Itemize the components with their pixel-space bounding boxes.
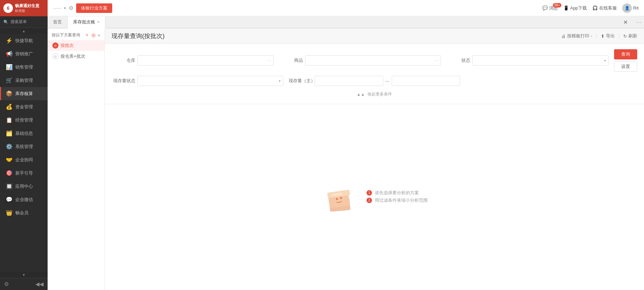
topbar: —— ▾ ⚙ 体验行业方案 💬 消息 99+ 📱 App下载 🎧 在线客服 👤 <box>48 0 644 16</box>
warehouse-more-icon: ··· <box>268 58 271 63</box>
panel-close-button[interactable]: ✕ <box>618 16 633 28</box>
settings-icon[interactable]: ⚙ <box>4 281 9 287</box>
filter-area: 仓库 ··· 商品 ··· <box>105 44 644 104</box>
empty-illustration <box>321 179 358 216</box>
wechat-icon: 💬 <box>6 196 13 203</box>
query-button[interactable]: 查询 <box>614 49 637 59</box>
apps-icon: 🔲 <box>6 183 13 189</box>
print-dropdown-icon: ▾ <box>591 34 592 38</box>
sidebar-item-inventory[interactable]: 📦 库存核算 <box>0 87 48 100</box>
online-service-label: 在线客服 <box>599 5 617 11</box>
goods-label: 商品 <box>279 57 303 64</box>
scroll-up-indicator[interactable]: ▲ <box>0 28 48 34</box>
print-template-btn[interactable]: 🖨 按模板打印 ▾ <box>561 33 592 39</box>
filter-panel-actions: ＋ ◎ « <box>85 32 100 38</box>
goods-filter: 商品 ··· <box>279 55 441 66</box>
print-icon: 🖨 <box>561 34 566 39</box>
system-icon: ⚙️ <box>6 143 13 150</box>
filter-action-buttons: 查询 设置 <box>614 49 637 72</box>
sidebar-item-enterprise[interactable]: 🤝 企业协同 <box>0 153 48 166</box>
step-1-num: 1 <box>367 190 372 196</box>
tab-inventory-batch[interactable]: 库存批次账 × <box>68 16 105 29</box>
inventory-qty-label: 现存量（主） <box>289 78 312 84</box>
tab-inventory-batch-label: 库存批次账 <box>73 19 95 25</box>
inventory-status-select[interactable] <box>137 76 283 86</box>
sidebar-item-operations[interactable]: 📋 经营管理 <box>0 113 48 127</box>
sidebar-item-shortcuts[interactable]: ⚡ 快捷导航 <box>0 34 48 47</box>
status-select[interactable] <box>472 55 609 66</box>
status-filter: 状态 ▾ <box>446 55 609 66</box>
sidebar-item-apps[interactable]: 🔲 应用中心 <box>0 180 48 193</box>
filter-row-1: 仓库 ··· 商品 ··· <box>112 49 637 72</box>
collapse-icon[interactable]: ◀◀ <box>35 281 44 287</box>
empty-steps: 1 请先选择要分析的方案 2 用过滤条件来缩小分析范围 <box>367 190 428 205</box>
print-label: 按模板打印 <box>567 33 589 39</box>
right-panel: 现存量查询(按批次) 🖨 按模板打印 ▾ ⬆ 导出 ↻ 刷 <box>105 29 644 290</box>
breadcrumb: —— <box>53 6 61 11</box>
sidebar-item-newbie[interactable]: 🎯 新手引导 <box>0 166 48 180</box>
sidebar-item-marketing[interactable]: 📢 营销推广 <box>0 47 48 60</box>
goods-more-icon: ··· <box>435 58 438 63</box>
warehouse-input[interactable] <box>137 55 274 66</box>
sidebar-item-member[interactable]: 👑 畅会员 <box>0 206 48 219</box>
step-1-text: 请先选择要分析的方案 <box>375 190 419 196</box>
goods-input[interactable] <box>305 55 441 66</box>
purchase-icon: 🛒 <box>6 77 13 84</box>
tabbar: 首页 库存批次账 × ✕ ⋯ <box>48 16 644 29</box>
qty-range-min[interactable] <box>315 76 383 86</box>
page-header-actions: 🖨 按模板打印 ▾ ⬆ 导出 ↻ 刷新 <box>561 33 637 39</box>
sidebar-search[interactable]: 🔍 搜索菜单 <box>0 16 48 28</box>
action-divider-1 <box>596 34 597 38</box>
panel-collapse-icon[interactable]: « <box>98 32 100 38</box>
sidebar-item-system[interactable]: ⚙️ 系统管理 <box>0 140 48 153</box>
sidebar-item-sales[interactable]: 📊 销售管理 <box>0 60 48 74</box>
messages-item[interactable]: 💬 消息 99+ <box>542 5 558 11</box>
scheme-item-warehouse-batch[interactable]: ◎ 按仓库+批次 <box>48 51 104 62</box>
sidebar-nav: ⚡ 快捷导航 📢 营销推广 📊 销售管理 🛒 采购管理 📦 库存核算 💰 资金管… <box>0 34 48 272</box>
inventory-qty-filter: 现存量（主） — <box>289 76 460 86</box>
goods-select-wrapper: ··· <box>305 55 441 66</box>
scheme-warehouse-icon: ◎ <box>52 53 58 59</box>
collapse-up-icon: ▲▲ <box>357 92 365 97</box>
scroll-down-indicator[interactable]: ▼ <box>0 272 48 278</box>
topbar-settings-icon[interactable]: ⚙ <box>69 5 73 11</box>
message-icon: 💬 <box>542 5 548 11</box>
add-scheme-icon[interactable]: ＋ <box>85 32 89 38</box>
inventory-status-filter: 现存量状态 ▾ <box>112 76 283 86</box>
shortcuts-icon: ⚡ <box>6 37 13 44</box>
export-btn[interactable]: ⬆ 导出 <box>601 33 615 39</box>
headset-icon: 🎧 <box>592 5 598 11</box>
scheme-settings-icon[interactable]: ◎ <box>91 32 96 38</box>
sidebar-item-wechat[interactable]: 💬 企业微信 <box>0 193 48 206</box>
tab-home[interactable]: 首页 <box>48 16 68 28</box>
tab-close-icon[interactable]: × <box>97 20 100 24</box>
refresh-btn[interactable]: ↻ 刷新 <box>623 33 637 39</box>
content-area: 按以下方案查询 ＋ ◎ « ◎ 按批次 ◎ 按仓库+批次 <box>48 29 644 290</box>
qty-range-max[interactable] <box>392 76 460 86</box>
inventory-status-wrapper: ▾ <box>137 76 283 86</box>
scheme-warehouse-label: 按仓库+批次 <box>61 53 85 59</box>
inventory-status-label: 现存量状态 <box>112 78 135 84</box>
scheme-batch-icon: ◎ <box>52 42 58 49</box>
action-divider-2 <box>619 34 619 38</box>
status-select-wrapper: ▾ <box>472 55 609 66</box>
topbar-left: —— ▾ ⚙ 体验行业方案 <box>53 3 538 13</box>
breadcrumb-dropdown-icon[interactable]: ▾ <box>64 6 66 11</box>
app-title: 畅康通好生意 标准版 <box>15 3 39 13</box>
filter-row-2: 现存量状态 ▾ 现存量（主） — <box>112 76 637 86</box>
collapse-more-btn[interactable]: ▲▲ 收起更多条件 <box>354 90 395 98</box>
sidebar-header: 6 畅康通好生意 标准版 <box>0 0 48 16</box>
empty-box-svg <box>323 180 357 214</box>
user-avatar-item[interactable]: 👤 Rit <box>622 3 639 13</box>
settings-button[interactable]: 设置 <box>614 61 637 72</box>
sidebar-item-basics[interactable]: 🗂️ 基础信息 <box>0 127 48 140</box>
trial-btn[interactable]: 体验行业方案 <box>76 3 112 13</box>
online-service-item[interactable]: 🎧 在线客服 <box>592 5 617 11</box>
sidebar-item-purchase[interactable]: 🛒 采购管理 <box>0 74 48 87</box>
inventory-icon: 📦 <box>6 90 13 97</box>
main-area: —— ▾ ⚙ 体验行业方案 💬 消息 99+ 📱 App下载 🎧 在线客服 👤 <box>48 0 644 290</box>
sidebar-item-finance[interactable]: 💰 资金管理 <box>0 100 48 113</box>
scheme-item-batch[interactable]: ◎ 按批次 <box>48 40 104 51</box>
app-download-item[interactable]: 📱 App下载 <box>563 5 587 11</box>
tab-panel-expand[interactable]: ⋯ <box>633 16 644 28</box>
